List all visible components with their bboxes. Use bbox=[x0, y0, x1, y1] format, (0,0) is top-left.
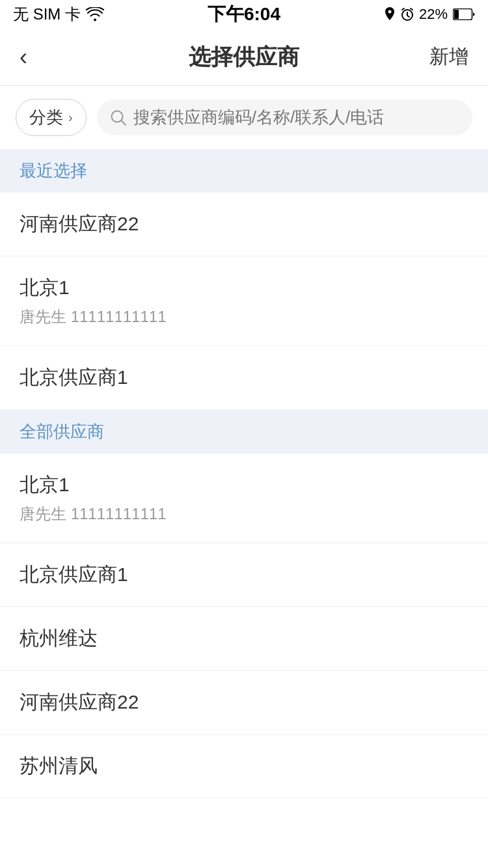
status-right: 22% bbox=[384, 6, 475, 23]
list-item[interactable]: 河南供应商22 bbox=[0, 193, 488, 256]
item-name: 北京供应商1 bbox=[20, 562, 468, 588]
all-items-list: 北京1 唐先生 11111111111 北京供应商1 杭州维达 河南供应商22 … bbox=[0, 454, 488, 798]
item-name: 河南供应商22 bbox=[20, 689, 468, 716]
nav-bar: ‹ 选择供应商 新增 bbox=[0, 29, 488, 86]
location-icon bbox=[384, 7, 396, 21]
search-box[interactable] bbox=[97, 100, 472, 135]
recent-items-list: 河南供应商22 北京1 唐先生 11111111111 北京供应商1 bbox=[0, 193, 488, 410]
battery-icon bbox=[453, 8, 475, 20]
list-item[interactable]: 北京供应商1 bbox=[0, 346, 488, 410]
status-time: 下午6:04 bbox=[208, 2, 280, 27]
item-name: 河南供应商22 bbox=[20, 211, 468, 237]
list-item[interactable]: 苏州清风 bbox=[0, 735, 488, 798]
status-left: 无 SIM 卡 bbox=[13, 4, 104, 25]
list-item[interactable]: 北京供应商1 bbox=[0, 543, 488, 607]
item-name: 北京1 bbox=[20, 472, 468, 498]
recent-section-header: 最近选择 bbox=[0, 149, 488, 193]
page-title: 选择供应商 bbox=[189, 42, 299, 72]
battery-text: 22% bbox=[419, 6, 448, 23]
recent-section-label: 最近选择 bbox=[20, 161, 87, 180]
all-section-header: 全部供应商 bbox=[0, 410, 488, 454]
chevron-right-icon: › bbox=[68, 110, 73, 125]
item-name: 北京1 bbox=[20, 275, 468, 301]
list-item[interactable]: 杭州维达 bbox=[0, 607, 488, 671]
list-item[interactable]: 河南供应商22 bbox=[0, 671, 488, 735]
search-icon bbox=[110, 109, 127, 126]
item-name: 杭州维达 bbox=[20, 625, 468, 652]
list-item[interactable]: 北京1 唐先生 11111111111 bbox=[0, 256, 488, 346]
category-label: 分类 bbox=[29, 106, 63, 129]
search-input[interactable] bbox=[133, 107, 459, 128]
category-filter-button[interactable]: 分类 › bbox=[16, 99, 87, 136]
item-detail: 唐先生 11111111111 bbox=[20, 504, 468, 524]
filter-bar: 分类 › bbox=[0, 86, 488, 149]
add-button[interactable]: 新增 bbox=[429, 44, 468, 70]
wifi-icon bbox=[86, 7, 104, 21]
no-sim-text: 无 SIM 卡 bbox=[13, 4, 81, 25]
back-button[interactable]: ‹ bbox=[20, 44, 59, 71]
item-name: 北京供应商1 bbox=[20, 364, 468, 391]
item-detail: 唐先生 11111111111 bbox=[20, 306, 468, 327]
item-name: 苏州清风 bbox=[20, 753, 468, 780]
all-section-label: 全部供应商 bbox=[20, 422, 104, 441]
alarm-icon bbox=[401, 7, 414, 21]
list-item[interactable]: 北京1 唐先生 11111111111 bbox=[0, 454, 488, 543]
status-bar: 无 SIM 卡 下午6:04 22% bbox=[0, 0, 488, 29]
svg-line-4 bbox=[121, 120, 126, 125]
svg-rect-2 bbox=[454, 10, 459, 19]
